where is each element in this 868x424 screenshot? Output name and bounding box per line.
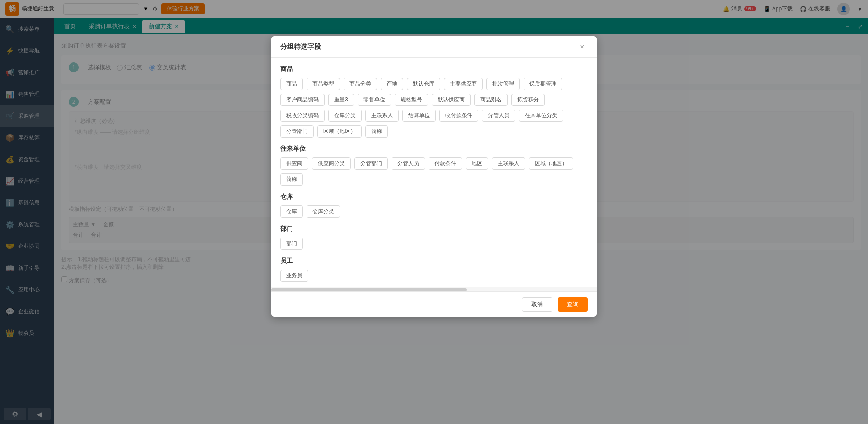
section-warehouse: 仓库 仓库 仓库分类 (280, 193, 588, 218)
modal-title: 分组待选字段 (280, 43, 321, 51)
tag-tax-code[interactable]: 税收分类编码 (280, 110, 325, 122)
section-title-department: 部门 (280, 225, 588, 233)
close-icon[interactable]: × (577, 42, 588, 52)
tag-customer-code[interactable]: 客户商品编码 (280, 94, 325, 106)
tag-dept-mgr2[interactable]: 分管部门 (354, 157, 388, 170)
tag-product-category[interactable]: 商品分类 (344, 78, 377, 90)
tag-spec-model[interactable]: 规格型号 (395, 94, 428, 106)
tag-settlement-unit[interactable]: 结算单位 (402, 110, 436, 122)
tag-batch-mgmt[interactable]: 批次管理 (486, 78, 520, 90)
tag-manager2[interactable]: 分管人员 (392, 157, 425, 170)
tag-manager[interactable]: 分管人员 (482, 110, 515, 122)
tag-dept-mgr[interactable]: 分管部门 (280, 125, 314, 138)
tag-payment-terms[interactable]: 收付款条件 (439, 110, 478, 122)
modal-header: 分组待选字段 × (271, 36, 597, 58)
tag-retail-unit[interactable]: 零售单位 (358, 94, 391, 106)
confirm-button[interactable]: 查询 (558, 297, 588, 312)
modal-dialog: 分组待选字段 × 商品 商品 商品类型 商品分类 产地 默认仓库 主要供应商 批… (271, 36, 597, 317)
employee-tags: 业务员 (280, 270, 588, 282)
tag-area[interactable]: 地区 (466, 157, 488, 170)
tag-warehouse-category[interactable]: 仓库分类 (328, 110, 362, 122)
partners-tags: 供应商 供应商分类 分管部门 分管人员 付款条件 地区 主联系人 区域（地区） … (280, 157, 588, 186)
tag-region2[interactable]: 区域（地区） (529, 157, 573, 170)
section-employee: 员工 业务员 (280, 257, 588, 282)
modal-footer: 取消 查询 (271, 291, 597, 317)
tag-product-alias[interactable]: 商品别名 (474, 94, 508, 106)
modal-overlay: 分组待选字段 × 商品 商品 商品类型 商品分类 产地 默认仓库 主要供应商 批… (0, 0, 868, 424)
tag-short-name2[interactable]: 简称 (280, 173, 303, 186)
tag-main-contact[interactable]: 主联系人 (365, 110, 399, 122)
tag-region[interactable]: 区域（地区） (317, 125, 362, 138)
tag-weight3[interactable]: 重量3 (328, 94, 354, 106)
tag-shelf-life[interactable]: 保质期管理 (524, 78, 562, 90)
tag-product[interactable]: 商品 (280, 78, 303, 90)
tag-product-type[interactable]: 商品类型 (307, 78, 340, 90)
tag-supplier-category[interactable]: 供应商分类 (312, 157, 351, 170)
cancel-button[interactable]: 取消 (522, 297, 552, 312)
section-products: 商品 商品 商品类型 商品分类 产地 默认仓库 主要供应商 批次管理 保质期管理… (280, 65, 588, 138)
modal-body[interactable]: 商品 商品 商品类型 商品分类 产地 默认仓库 主要供应商 批次管理 保质期管理… (271, 58, 597, 287)
tag-origin[interactable]: 产地 (381, 78, 403, 90)
tag-default-supplier[interactable]: 默认供应商 (432, 94, 471, 106)
tag-main-contact2[interactable]: 主联系人 (492, 157, 525, 170)
tag-department[interactable]: 部门 (280, 238, 303, 250)
hscroll-thumb (271, 288, 467, 291)
tag-supplier[interactable]: 供应商 (280, 157, 308, 170)
tag-short-name[interactable]: 简称 (365, 125, 388, 138)
section-title-warehouse: 仓库 (280, 193, 588, 201)
tag-partner-category[interactable]: 往来单位分类 (519, 110, 563, 122)
tag-warehouse-cat[interactable]: 仓库分类 (307, 205, 340, 218)
section-title-products: 商品 (280, 65, 588, 73)
tag-pick-points[interactable]: 拣货积分 (511, 94, 545, 106)
tag-payment-condition[interactable]: 付款条件 (429, 157, 462, 170)
section-partners: 往来单位 供应商 供应商分类 分管部门 分管人员 付款条件 地区 主联系人 区域… (280, 145, 588, 186)
modal-hscroll (271, 287, 597, 291)
tag-warehouse[interactable]: 仓库 (280, 205, 303, 218)
warehouse-tags: 仓库 仓库分类 (280, 205, 588, 218)
section-title-employee: 员工 (280, 257, 588, 265)
tag-main-supplier[interactable]: 主要供应商 (444, 78, 483, 90)
products-tags: 商品 商品类型 商品分类 产地 默认仓库 主要供应商 批次管理 保质期管理 客户… (280, 78, 588, 138)
tag-salesman[interactable]: 业务员 (280, 270, 308, 282)
tag-default-warehouse[interactable]: 默认仓库 (407, 78, 440, 90)
department-tags: 部门 (280, 238, 588, 250)
section-title-partners: 往来单位 (280, 145, 588, 153)
section-department: 部门 部门 (280, 225, 588, 250)
